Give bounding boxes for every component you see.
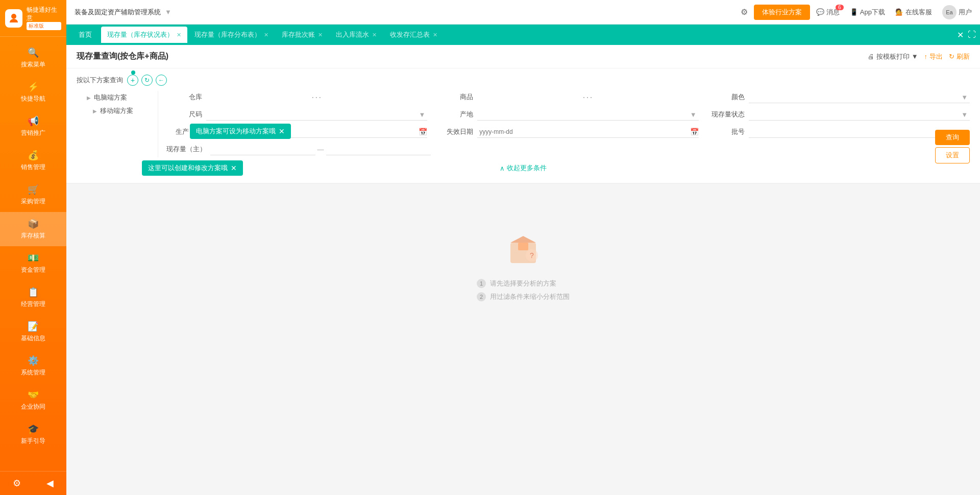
- query-btn[interactable]: 查询: [935, 130, 970, 145]
- sidebar-item-label: 采购管理: [21, 197, 45, 206]
- topbar: 装备及固定资产辅助管理系统 ▼ ⚙ 体验行业方案 💬 消息 6 📱 App下载 …: [66, 0, 980, 25]
- app-download-btn[interactable]: 📱 App下载: [850, 8, 885, 17]
- tab-close-icon[interactable]: ✕: [318, 32, 323, 38]
- sidebar-item-enterprise[interactable]: 🤝 企业协同: [0, 383, 66, 417]
- sidebar-item-operations[interactable]: 📋 经营管理: [0, 280, 66, 315]
- message-badge: 6: [836, 5, 844, 10]
- trial-btn[interactable]: 体验行业方案: [754, 5, 810, 20]
- app-icon: 📱: [850, 8, 858, 16]
- filter-btn-group: + ↻ ←: [127, 75, 167, 86]
- print-label: 按模板打印: [876, 52, 910, 61]
- topbar-gear-icon[interactable]: ⚙: [741, 7, 748, 17]
- goods-label: 商品: [437, 92, 473, 102]
- quicknav-icon: ⚡: [28, 81, 39, 92]
- add-scheme-tooltip-text: 电脑方案可设为移动方案哦: [196, 127, 276, 136]
- page-title: 现存量查询(按仓库+商品): [77, 51, 168, 62]
- svg-point-0: [11, 14, 16, 19]
- app-badge: 标准版: [27, 22, 61, 30]
- export-btn[interactable]: ↑ 导出: [924, 52, 943, 61]
- sidebar-item-search[interactable]: 🔍 搜索菜单: [0, 41, 66, 75]
- color-select[interactable]: [749, 91, 970, 103]
- tab-home[interactable]: 首页: [70, 30, 100, 39]
- goods-dots[interactable]: ···: [477, 92, 698, 103]
- message-btn[interactable]: 💬 消息 6: [816, 8, 840, 17]
- color-select-wrap: ▼: [749, 91, 970, 103]
- sidebar: 畅捷通好生意 标准版 🔍 搜索菜单 ⚡ 快捷导航 📢 营销推广 💰 销售管理 🛒…: [0, 0, 66, 495]
- scheme-mobile[interactable]: ▶ 移动端方案: [77, 104, 154, 117]
- edit-scheme-tooltip-text: 这里可以创建和修改方案哦: [148, 163, 228, 173]
- svg-text:?: ?: [530, 251, 534, 260]
- page-header: 现存量查询(按仓库+商品) 🖨 按模板打印 ▼ ↑ 导出 ↻ 刷新: [66, 45, 980, 68]
- inventory-status-select[interactable]: [749, 108, 970, 121]
- filter-warehouse: 仓库 ···: [166, 91, 427, 103]
- sidebar-logo: 畅捷通好生意 标准版: [0, 0, 66, 37]
- system-icon: ⚙️: [28, 355, 39, 366]
- step1-num: 1: [477, 279, 486, 288]
- sidebar-item-system[interactable]: ⚙️ 系统管理: [0, 349, 66, 383]
- logo-icon: [5, 9, 22, 28]
- tooltip2-close-icon[interactable]: ✕: [231, 164, 237, 172]
- sidebar-item-quicknav[interactable]: ⚡ 快捷导航: [0, 75, 66, 109]
- user-btn[interactable]: Ea 用户: [942, 5, 972, 19]
- inventory-max-input[interactable]: [326, 143, 431, 155]
- scheme-mobile-label: 移动端方案: [100, 106, 133, 115]
- print-btn[interactable]: 🖨 按模板打印 ▼: [868, 52, 918, 61]
- sidebar-collapse-btn[interactable]: ◀: [46, 478, 54, 489]
- sidebar-item-sales[interactable]: 💰 销售管理: [0, 144, 66, 178]
- tooltip1-close-icon[interactable]: ✕: [279, 127, 285, 135]
- sidebar-item-basic[interactable]: 📝 基础信息: [0, 315, 66, 349]
- refresh-icon: ↻: [949, 53, 954, 60]
- operations-icon: 📋: [28, 287, 39, 298]
- purchase-icon: 🛒: [28, 184, 39, 195]
- refresh-btn[interactable]: ↻ 刷新: [949, 52, 970, 61]
- service-btn[interactable]: 💁 在线客服: [895, 8, 932, 17]
- tab-fullscreen-icon[interactable]: ⛶: [968, 30, 976, 39]
- origin-select-wrap: ▼: [477, 108, 698, 121]
- tab-label: 出入库流水: [336, 30, 369, 39]
- tab-close-all-icon[interactable]: ✕: [957, 30, 964, 40]
- tab-batch-ledger[interactable]: 库存批次账 ✕: [276, 27, 329, 43]
- empty-step-1: 1 请先选择要分析的方案: [477, 279, 570, 288]
- filter-arrow-btn[interactable]: ←: [156, 75, 167, 86]
- tab-inventory-dist[interactable]: 现存量（库存分布表） ✕: [188, 27, 275, 43]
- sidebar-item-purchase[interactable]: 🛒 采购管理: [0, 178, 66, 212]
- filter-row-2: 尺码 ▼ 产地 ▼: [166, 108, 970, 121]
- system-name: 装备及固定资产辅助管理系统: [75, 8, 161, 17]
- inventory-min-input[interactable]: [210, 143, 315, 155]
- tab-close-icon[interactable]: ✕: [264, 32, 268, 38]
- scheme-desktop[interactable]: ▶ 电脑端方案: [77, 91, 154, 104]
- sidebar-item-inventory[interactable]: 📦 库存核算: [0, 212, 66, 246]
- sidebar-settings-btn[interactable]: ⚙: [13, 478, 21, 489]
- topbar-right: 💬 消息 6 📱 App下载 💁 在线客服 Ea 用户: [816, 5, 972, 19]
- sidebar-item-label: 资金管理: [21, 266, 45, 274]
- tab-in-out-flow[interactable]: 出入库流水 ✕: [330, 27, 383, 43]
- sidebar-item-guide[interactable]: 🎓 新手引导: [0, 417, 66, 452]
- size-select[interactable]: [206, 108, 427, 121]
- production-date-cal-icon[interactable]: 📅: [419, 128, 427, 136]
- sidebar-item-finance[interactable]: 💵 资金管理: [0, 246, 66, 280]
- expiry-date-cal-icon[interactable]: 📅: [690, 128, 699, 136]
- reset-btn[interactable]: 设置: [935, 147, 970, 163]
- origin-select[interactable]: [477, 108, 698, 121]
- filter-refresh-btn[interactable]: ↻: [141, 75, 153, 86]
- tabs-bar: 首页 现存量（库存状况表） ✕ 现存量（库存分布表） ✕ 库存批次账 ✕ 出入库…: [66, 25, 980, 45]
- search-icon: 🔍: [28, 47, 39, 58]
- expiry-date-input[interactable]: [477, 126, 688, 137]
- step1-text: 请先选择要分析的方案: [490, 279, 556, 288]
- sales-icon: 💰: [28, 150, 39, 161]
- tab-close-icon[interactable]: ✕: [372, 32, 377, 38]
- sidebar-item-marketing[interactable]: 📢 营销推广: [0, 109, 66, 144]
- filter-area: 按以下方案查询 + ↻ ← ▶ 电脑端方案 ▶: [66, 68, 980, 183]
- tab-close-icon[interactable]: ✕: [177, 32, 181, 38]
- batch-label: 批号: [709, 127, 745, 136]
- filter-add-btn[interactable]: +: [127, 75, 138, 86]
- svg-marker-2: [510, 236, 536, 243]
- empty-step-2: 2 用过滤条件来缩小分析范围: [477, 292, 570, 301]
- app-name: 畅捷通好生意: [27, 6, 61, 22]
- collapse-up-icon: ∧: [500, 164, 505, 172]
- sidebar-item-label: 企业协同: [21, 403, 45, 411]
- warehouse-dots[interactable]: ···: [206, 92, 427, 103]
- tab-inventory-status[interactable]: 现存量（库存状况表） ✕: [101, 27, 187, 43]
- tab-close-icon[interactable]: ✕: [433, 32, 437, 38]
- tab-collect-summary[interactable]: 收发存汇总表 ✕: [384, 27, 444, 43]
